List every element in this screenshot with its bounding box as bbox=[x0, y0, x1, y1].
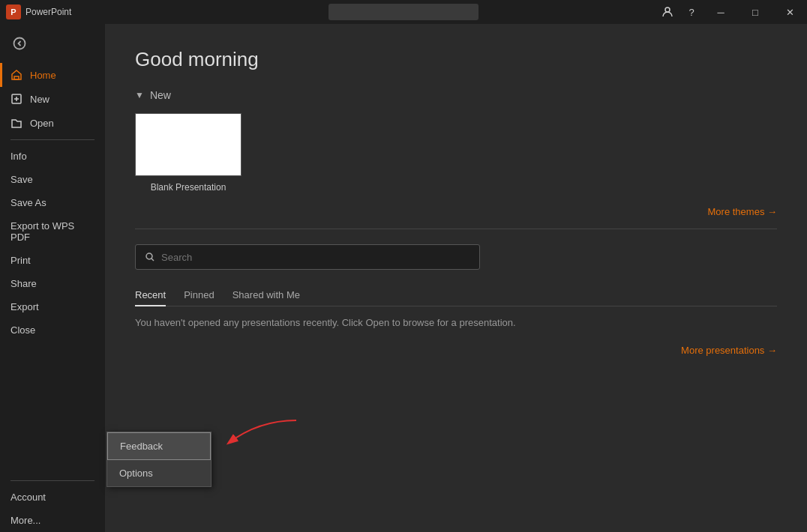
sidebar-item-share[interactable]: Share bbox=[0, 272, 105, 295]
tab-recent[interactable]: Recent bbox=[135, 285, 166, 306]
sidebar-item-save[interactable]: Save bbox=[0, 168, 105, 191]
empty-recent-message: You haven't opened any presentations rec… bbox=[135, 317, 777, 328]
svg-point-4 bbox=[146, 253, 152, 259]
ppt-logo-icon: P bbox=[6, 4, 21, 19]
sidebar-item-open[interactable]: Open bbox=[0, 111, 105, 135]
sidebar-item-home[interactable]: Home bbox=[0, 63, 105, 87]
svg-point-0 bbox=[665, 7, 670, 12]
title-search-bar bbox=[328, 4, 478, 20]
restore-button[interactable]: □ bbox=[738, 0, 772, 24]
sidebar-divider-1 bbox=[10, 139, 94, 140]
titlebar: P PowerPoint ? ─ □ ✕ bbox=[0, 0, 807, 24]
more-themes-row: More themes → bbox=[135, 205, 777, 229]
sidebar-item-home-label: Home bbox=[30, 70, 56, 81]
new-section-label: New bbox=[150, 89, 171, 101]
sidebar-item-new[interactable]: New bbox=[0, 87, 105, 111]
sidebar-item-info[interactable]: Info bbox=[0, 145, 105, 168]
chevron-icon: ▼ bbox=[135, 90, 144, 100]
sidebar-divider-2 bbox=[10, 480, 94, 481]
sidebar: Home New Open Info Save bbox=[0, 24, 105, 532]
sidebar-item-export[interactable]: Export bbox=[0, 295, 105, 318]
blank-template-thumb bbox=[135, 113, 242, 176]
close-button[interactable]: ✕ bbox=[772, 0, 807, 24]
sidebar-bottom: Account More... bbox=[0, 476, 105, 532]
blank-template-label: Blank Presentation bbox=[151, 182, 226, 193]
more-presentations-link[interactable]: More presentations → bbox=[681, 345, 777, 356]
sidebar-item-close[interactable]: Close bbox=[0, 318, 105, 342]
new-section-header: ▼ New bbox=[135, 89, 777, 101]
sidebar-item-more[interactable]: More... bbox=[0, 509, 105, 532]
svg-rect-2 bbox=[14, 76, 19, 79]
app-logo: P PowerPoint bbox=[6, 4, 71, 19]
search-bar[interactable] bbox=[135, 244, 480, 270]
app-title: PowerPoint bbox=[26, 7, 71, 17]
more-themes-link[interactable]: More themes → bbox=[708, 206, 777, 217]
templates-row: Blank Presentation bbox=[135, 113, 777, 193]
tab-pinned[interactable]: Pinned bbox=[184, 285, 214, 306]
titlebar-controls: ? ─ □ ✕ bbox=[656, 0, 807, 24]
sidebar-item-print[interactable]: Print bbox=[0, 249, 105, 272]
sidebar-item-account[interactable]: Account bbox=[0, 486, 105, 509]
sidebar-nav: Home New Open Info Save bbox=[0, 63, 105, 348]
sidebar-item-open-label: Open bbox=[30, 118, 54, 129]
sidebar-item-new-label: New bbox=[30, 94, 50, 105]
search-input[interactable] bbox=[161, 252, 470, 263]
tabs-row: Recent Pinned Shared with Me bbox=[135, 285, 777, 306]
help-icon-button[interactable]: ? bbox=[680, 0, 704, 24]
back-button[interactable] bbox=[6, 30, 33, 57]
feedback-popup-feedback[interactable]: Feedback bbox=[107, 432, 211, 460]
feedback-popup-options[interactable]: Options bbox=[107, 460, 211, 486]
feedback-popup: Feedback Options bbox=[106, 432, 212, 487]
person-icon-button[interactable] bbox=[656, 0, 680, 24]
greeting-text: Good morning bbox=[135, 48, 777, 71]
tab-shared-with-me[interactable]: Shared with Me bbox=[232, 285, 300, 306]
sidebar-item-save-as[interactable]: Save As bbox=[0, 191, 105, 214]
blank-template-card[interactable]: Blank Presentation bbox=[135, 113, 242, 193]
sidebar-item-export-wps[interactable]: Export to WPS PDF bbox=[0, 214, 105, 249]
minimize-button[interactable]: ─ bbox=[704, 0, 738, 24]
svg-point-1 bbox=[14, 38, 26, 49]
search-icon bbox=[145, 252, 155, 262]
more-presentations-row: More presentations → bbox=[135, 343, 777, 357]
